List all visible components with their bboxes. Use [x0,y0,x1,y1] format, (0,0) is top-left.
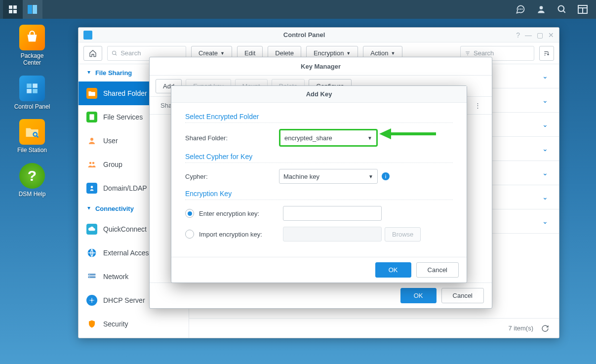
svg-point-27 [90,138,93,141]
svg-point-21 [113,51,116,54]
add-key-title: Add Key [171,86,467,103]
svg-point-34 [89,274,90,275]
svg-line-11 [563,11,565,13]
shared-folder-select[interactable]: encrypted_share▼ [279,129,378,147]
encryption-key-input[interactable] [283,206,382,221]
svg-point-9 [540,6,543,9]
svg-point-29 [92,162,95,164]
window-titlebar[interactable]: Control Panel ? — ▢ ✕ [79,28,559,42]
desktop-icon-label: Control Panel [14,103,50,110]
svg-rect-16 [33,83,38,88]
svg-point-35 [89,277,90,278]
ak-cancel-button[interactable]: Cancel [416,262,459,278]
svg-rect-17 [27,89,32,93]
svg-point-28 [89,162,92,164]
sidebar-item-security[interactable]: Security [79,312,189,336]
window-title: Control Panel [92,31,516,39]
import-key-label: Import encryption key: [199,231,283,238]
desktop-icon-label: Package Center [21,52,44,67]
taskbar-app-icon[interactable] [23,0,42,19]
section-select-cypher: Select Cypher for Key [185,153,453,163]
cypher-select[interactable]: Machine key▼ [279,169,378,184]
svg-rect-5 [33,5,37,14]
desktop: Package Center Control Panel File Statio… [10,25,54,198]
search-icon[interactable] [552,0,572,19]
globe-icon [86,247,97,258]
svg-line-22 [116,54,117,55]
svg-point-10 [558,6,564,12]
user-icon [86,135,97,146]
import-key-input [283,227,382,242]
svg-rect-18 [33,89,38,93]
desktop-icon-dsm-help[interactable]: ? DSM Help [10,163,54,198]
km-more-icon[interactable]: ⋮ [475,102,481,109]
desktop-icon-package-center[interactable]: Package Center [10,25,54,67]
ak-ok-button[interactable]: OK [375,262,411,278]
widgets-icon[interactable] [572,0,593,19]
svg-point-7 [520,9,521,9]
svg-point-30 [91,186,93,188]
cloud-icon [86,224,97,235]
folder-arrow-icon [86,88,97,99]
desktop-icon-label: DSM Help [19,191,46,198]
sidebar-search-input[interactable] [120,49,182,57]
svg-rect-26 [89,114,94,120]
section-encryption-key: Encryption Key [185,190,453,200]
refresh-icon[interactable] [541,324,549,332]
radio-enter-key[interactable] [185,209,194,218]
group-icon [86,159,97,170]
svg-rect-4 [28,5,32,14]
home-button[interactable] [83,46,102,61]
content-footer: 7 item(s) [189,318,559,338]
svg-point-8 [522,9,522,9]
svg-rect-15 [27,83,32,88]
km-ok-button[interactable]: OK [400,288,437,303]
main-menu-icon[interactable] [3,0,23,19]
network-icon [86,271,97,282]
key-manager-footer: OK Cancel [150,283,492,308]
svg-point-36 [91,299,93,301]
cypher-label: Cypher: [185,173,279,180]
km-cancel-button[interactable]: Cancel [441,288,484,303]
add-key-footer: OK Cancel [171,257,467,283]
dhcp-icon [86,295,97,306]
minimize-icon[interactable]: — [525,31,532,39]
desktop-icon-control-panel[interactable]: Control Panel [10,76,54,110]
help-icon[interactable]: ? [516,31,520,39]
item-count: 7 item(s) [508,324,533,332]
svg-rect-2 [9,10,12,13]
svg-point-6 [518,9,519,9]
annotation-arrow [379,126,438,141]
svg-marker-38 [379,128,391,139]
sort-button[interactable] [539,46,554,61]
content-search-input[interactable] [474,49,530,57]
key-manager-title: Key Manager [150,57,492,75]
window-app-icon [83,31,92,40]
shield-icon [86,319,97,329]
desktop-icon-label: File Station [17,147,47,154]
shared-folder-label: Shared Folder: [185,134,279,142]
maximize-icon[interactable]: ▢ [537,31,543,39]
svg-rect-3 [13,10,17,13]
user-icon[interactable] [531,0,552,19]
radio-import-key[interactable] [185,230,194,239]
close-icon[interactable]: ✕ [548,31,554,39]
section-select-folder: Select Encrypted Folder [185,113,453,123]
add-key-modal: Add Key Select Encrypted Folder Shared F… [171,85,467,283]
info-icon[interactable]: i [382,172,390,180]
browse-button: Browse [385,227,421,242]
svg-rect-1 [13,5,17,9]
domain-icon [86,183,97,194]
enter-key-label: Enter encryption key: [199,210,283,217]
desktop-icon-file-station[interactable]: File Station [10,119,54,154]
chat-icon[interactable] [510,0,531,19]
svg-rect-0 [9,5,12,9]
os-topbar [0,0,596,19]
file-services-icon [86,112,97,122]
